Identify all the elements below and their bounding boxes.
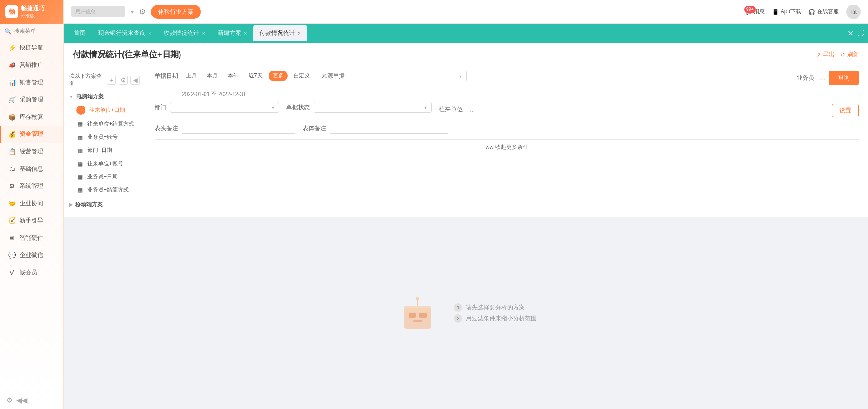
dept-select[interactable]: ▾ <box>170 102 279 113</box>
tabbar-actions: ✕ ⛶ <box>848 29 864 38</box>
scheme-item-unit-payment[interactable]: ▦ 往来单位+结算方式 <box>64 117 145 131</box>
app-download-icon: 📱 <box>772 9 779 15</box>
export-icon: ↗ <box>816 51 821 58</box>
finance-icon: 💰 <box>8 130 16 138</box>
sidebar-footer: ⚙ ◀◀ <box>0 391 63 409</box>
refresh-btn[interactable]: ↺ 刷新 <box>840 50 859 59</box>
sidebar-item-label: 企业协同 <box>20 199 43 207</box>
partner-input[interactable]: ... <box>468 106 474 113</box>
sidebar-item-enterprise[interactable]: 🤝 企业协同 <box>0 195 63 212</box>
sidebar-item-finance[interactable]: 💰 资金管理 <box>0 126 63 143</box>
query-btn[interactable]: 查询 <box>829 71 859 85</box>
sidebar-item-system[interactable]: ⚙ 系统管理 <box>0 177 63 195</box>
scheme-item-unit-account[interactable]: ▦ 往来单位+账号 <box>64 157 145 170</box>
sidebar-item-label: 快捷导航 <box>20 44 43 52</box>
status-filter-field: 单据状态 ▾ <box>286 102 432 113</box>
header-note-label: 表头备注 <box>155 124 178 132</box>
sidebar-item-operations[interactable]: 📋 经营管理 <box>0 143 63 160</box>
scheme-group-pc: ▼ 电脑端方案 ○ 往来单位+日期 ▦ 往来单位+结算方式 ▦ 业务员+账号 <box>64 91 145 197</box>
date-btn-last-7days[interactable]: 近7天 <box>244 71 267 81</box>
sidebar-item-label: 营销推广 <box>20 61 43 69</box>
trial-btn[interactable]: 体验行业方案 <box>151 5 201 19</box>
guide-icon: 🧭 <box>8 217 16 225</box>
user-dropdown-icon[interactable]: ▾ <box>131 9 134 15</box>
member-icon: V <box>8 268 16 277</box>
date-btn-custom[interactable]: 自定义 <box>289 71 314 81</box>
tab-home[interactable]: 首页 <box>67 25 92 41</box>
sidebar-item-basic[interactable]: 🗂 基础信息 <box>0 160 63 177</box>
scheme-item-label: 往来单位+账号 <box>87 160 123 167</box>
search-menu-label: 搜索菜单 <box>14 27 36 35</box>
scheme-panel-title: 按以下方案查询 <box>69 72 107 88</box>
tab-payment-stats[interactable]: 付款情况统计 × <box>253 25 307 41</box>
date-btn-last-month[interactable]: 上月 <box>182 71 201 81</box>
footer-collapse-icon[interactable]: ◀◀ <box>16 396 27 404</box>
user-avatar[interactable]: Rit <box>846 5 861 19</box>
status-select[interactable]: ▾ <box>314 102 432 113</box>
date-btn-this-year[interactable]: 本年 <box>224 71 243 81</box>
footer-settings-icon[interactable]: ⚙ <box>6 396 13 404</box>
empty-svg-illustration <box>395 290 440 336</box>
sidebar-item-purchase[interactable]: 🛒 采购管理 <box>0 91 63 108</box>
scheme-collapse-btn[interactable]: ◀ <box>130 76 140 85</box>
sidebar-item-guide[interactable]: 🧭 新手引导 <box>0 212 63 229</box>
header-note-input[interactable] <box>182 123 295 134</box>
refresh-icon: ↺ <box>840 51 845 58</box>
scheme-settings-btn[interactable]: ⚙ <box>119 76 128 85</box>
sidebar-item-sales[interactable]: 📊 销售管理 <box>0 74 63 91</box>
date-btn-this-month[interactable]: 本月 <box>203 71 222 81</box>
sidebar-item-quick-nav[interactable]: ⚡ 快捷导航 <box>0 39 63 56</box>
scheme-item-salesperson-account[interactable]: ▦ 业务员+账号 <box>64 131 145 144</box>
search-menu[interactable]: 🔍 搜索菜单 <box>0 24 63 39</box>
scheme-add-btn[interactable]: + <box>107 76 116 85</box>
source-select[interactable]: ▾ <box>349 71 467 81</box>
scheme-group-mobile-title[interactable]: ▶ 移动端方案 <box>64 198 145 211</box>
tab-expand-icon[interactable]: ⛶ <box>857 29 864 37</box>
sidebar-item-inventory[interactable]: 📦 库存核算 <box>0 108 63 126</box>
sidebar-item-marketing[interactable]: 📣 营销推广 <box>0 56 63 74</box>
sidebar-item-label: 经营管理 <box>20 147 43 156</box>
settings-btn[interactable]: 设置 <box>832 104 859 117</box>
tab-bank-flow-close[interactable]: × <box>148 30 151 36</box>
sidebar-item-label: 畅会员 <box>20 268 37 277</box>
tab-payment-stats-close[interactable]: × <box>298 30 300 36</box>
scheme-item-icon: ▦ <box>76 147 84 154</box>
tab-new-scheme[interactable]: 新建方案 × <box>211 25 253 41</box>
export-btn[interactable]: ↗ 导出 <box>816 50 835 59</box>
tab-bank-flow[interactable]: 现金银行流水查询 × <box>92 25 157 41</box>
tab-close-all-icon[interactable]: ✕ <box>848 29 853 38</box>
collapse-icon: ∧∧ <box>485 144 494 151</box>
sidebar-item-label: 企业微信 <box>20 251 43 259</box>
sidebar-item-wechat[interactable]: 💬 企业微信 <box>0 247 63 264</box>
svg-point-6 <box>416 297 419 300</box>
scheme-item-label: 部门+日期 <box>87 146 112 154</box>
scheme-item-unit-date[interactable]: ○ 往来单位+日期 <box>64 103 145 117</box>
tab-receipt-stats[interactable]: 收款情况统计 × <box>157 25 211 41</box>
scheme-group-mobile: ▶ 移动端方案 <box>64 198 145 211</box>
online-service-action[interactable]: 🎧 在线客服 <box>808 8 839 15</box>
empty-hints: 1 请先选择要分析的方案 2 用过滤条件来缩小分析范围 <box>454 303 537 323</box>
salesperson-input[interactable]: ... <box>820 74 825 81</box>
scheme-item-icon: ▦ <box>76 173 84 181</box>
scheme-item-dept-date[interactable]: ▦ 部门+日期 <box>64 144 145 157</box>
date-btn-more[interactable]: 更多 <box>269 71 288 81</box>
page-header-actions: ↗ 导出 ↺ 刷新 <box>816 50 859 59</box>
tab-new-scheme-close[interactable]: × <box>244 30 247 36</box>
body-note-input[interactable] <box>330 123 448 134</box>
sidebar-item-member[interactable]: V 畅会员 <box>0 264 63 281</box>
scheme-item-salesperson-date[interactable]: ▦ 业务员+日期 <box>64 170 145 183</box>
sidebar-item-hardware[interactable]: 🖥 智能硬件 <box>0 229 63 247</box>
topbar-settings-icon[interactable]: ⚙ <box>139 7 145 16</box>
app-name: 畅捷通巧 <box>21 5 45 13</box>
header-note-field: 表头备注 <box>155 123 295 134</box>
date-filter-field: 单据日期 上月 本月 本年 近7天 更多 自定义 <box>155 71 314 81</box>
sidebar: 畅 畅捷通巧 标准版 🔍 搜索菜单 ⚡ 快捷导航 📣 营销推广 📊 销售管理 🛒… <box>0 0 64 409</box>
scheme-group-pc-title[interactable]: ▼ 电脑端方案 <box>64 91 145 103</box>
message-action[interactable]: 💬 99+ 消息 <box>745 8 765 15</box>
collapse-bar[interactable]: ∧∧ 收起更多条件 <box>155 139 859 155</box>
scheme-item-salesperson-payment[interactable]: ▦ 业务员+结算方式 <box>64 183 145 197</box>
app-download-action[interactable]: 📱 App下载 <box>772 8 801 15</box>
app-edition: 标准版 <box>21 13 45 19</box>
tab-receipt-stats-close[interactable]: × <box>202 30 205 36</box>
scheme-panel: 按以下方案查询 + ⚙ ◀ ▼ 电脑端方案 ○ 往来单位+日期 <box>64 65 145 217</box>
